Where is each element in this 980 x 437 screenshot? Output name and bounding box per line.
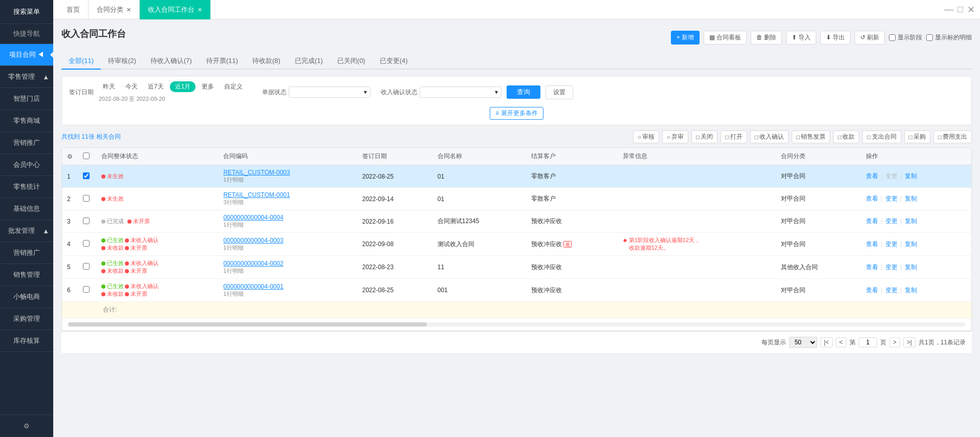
copy-link[interactable]: 复制 [905,264,917,271]
col-checkbox[interactable] [78,148,96,165]
change-link[interactable]: 变更 [885,264,898,271]
copy-link[interactable]: 复制 [905,195,917,202]
row-checkbox[interactable] [78,256,96,279]
contract-board-button[interactable]: ▦ 合同看板 [704,31,747,45]
col-settings[interactable]: ⚙ [62,148,78,165]
change-link[interactable]: 变更 [885,172,898,180]
filter-more[interactable]: 更多 [198,81,218,92]
show-detail-checkbox[interactable]: 显示标的明细 [926,33,972,42]
sub-tab-all[interactable]: 全部(11) [61,53,101,70]
close-income-workbench-icon[interactable]: ✕ [198,0,202,19]
query-button[interactable]: 查询 [507,85,540,99]
sub-tab-changed[interactable]: 已变更(4) [373,53,415,70]
view-link[interactable]: 查看 [866,217,878,225]
expand-filter-button[interactable]: ≡ 展开更多条件 [490,107,543,120]
copy-link[interactable]: 复制 [905,172,917,180]
sidebar-item-sales[interactable]: 销售管理 [0,264,53,286]
first-page-button[interactable]: |< [820,337,833,347]
sidebar-item-inventory[interactable]: 库存核算 [0,330,53,352]
show-fields-checkbox[interactable]: 显示阶段 [889,33,922,42]
doc-status-select[interactable]: ▾ [289,86,371,98]
filter-1month[interactable]: 近1月 [170,81,196,92]
sidebar-settings[interactable]: ⚙ [0,414,53,437]
sidebar-item-marketing2[interactable]: 营销推广 [0,242,53,264]
copy-link[interactable]: 复制 [905,287,917,294]
view-link[interactable]: 查看 [866,241,878,248]
row-code[interactable]: 0000000000004-0001 1行明细 [218,279,357,302]
next-page-button[interactable]: > [889,337,900,347]
row-code[interactable]: 0000000000004-0003 1行明细 [218,233,357,256]
delete-button[interactable]: 🗑 删除 [751,31,782,45]
copy-link[interactable]: 复制 [905,241,917,248]
view-link[interactable]: 查看 [866,264,878,271]
collection-button[interactable]: □ 收款 [833,130,859,143]
abandon-review-button[interactable]: ○ 弃审 [662,130,688,143]
sub-tab-completed[interactable]: 已完成(1) [288,53,330,70]
change-link[interactable]: 变更 [885,241,898,248]
sidebar-item-retail[interactable]: 零售管理 ▲ [0,66,53,88]
sub-tab-pending-review[interactable]: 待审核(2) [101,53,143,70]
sidebar-item-member[interactable]: 会员中心 [0,154,53,176]
expense-contract-button[interactable]: □ 支出合同 [862,130,901,143]
sub-tab-pending-collection[interactable]: 待收款(8) [245,53,288,70]
expense-button[interactable]: □ 费用支出 [933,130,972,143]
sidebar-item-wholesale[interactable]: 批发管理 ▲ [0,220,53,242]
sidebar-item-smart-store[interactable]: 智慧门店 [0,88,53,110]
sidebar-item-ecommerce[interactable]: 小畅电商 [0,286,53,308]
filter-custom[interactable]: 自定义 [220,81,247,92]
row-checkbox[interactable] [78,210,96,233]
sidebar-search[interactable]: 搜索菜单 [0,0,53,24]
export-button[interactable]: ⬇ 导出 [820,31,851,45]
page-input[interactable] [859,337,877,347]
change-link[interactable]: 变更 [885,195,898,202]
tab-home[interactable]: 首页 [58,0,89,19]
copy-link[interactable]: 复制 [905,217,917,225]
sales-invoice-button[interactable]: □ 销售发票 [792,130,830,143]
last-page-button[interactable]: >| [903,337,916,347]
import-button[interactable]: ⬆ 导入 [786,31,816,45]
refresh-button[interactable]: ↺ 刷新 [855,31,885,45]
close-button[interactable]: □ 关闭 [691,130,717,143]
sidebar-item-basic-info[interactable]: 基础信息 [0,198,53,220]
sidebar-item-project[interactable]: 项目合同 ◀ [0,44,53,66]
add-button[interactable]: + 新增 [671,31,700,45]
income-confirm-select[interactable]: ▾ [420,86,502,98]
setting-button[interactable]: 设置 [546,85,573,99]
close-window-icon[interactable]: ✕ [967,4,975,15]
sidebar-item-retail-stat[interactable]: 零售统计 [0,176,53,198]
tab-income-workbench[interactable]: 收入合同工作台 ✕ [140,0,211,19]
sub-tab-pending-confirm[interactable]: 待收入确认(7) [143,53,199,70]
filter-7days[interactable]: 近7天 [144,81,168,92]
row-checkbox[interactable] [78,279,96,302]
filter-today[interactable]: 今天 [121,81,142,92]
prev-page-button[interactable]: < [836,337,846,347]
purchase-button[interactable]: □ 采购 [904,130,930,143]
view-link[interactable]: 查看 [866,172,878,180]
view-link[interactable]: 查看 [866,287,878,294]
view-link[interactable]: 查看 [866,195,878,202]
row-code[interactable]: RETAIL_CUSTOM-0001 3行明细 [218,188,357,210]
row-code[interactable]: RETAIL_CUSTOM-0003 1行明细 [218,165,357,188]
tab-contract-type[interactable]: 合同分类 ✕ [89,0,140,19]
sidebar-item-online-retail[interactable]: 零售商城 [0,110,53,132]
row-checkbox[interactable] [78,233,96,256]
row-checkbox[interactable] [78,188,96,210]
sub-tab-pending-invoice[interactable]: 待开票(11) [199,53,245,70]
review-button[interactable]: ○ 审核 [633,130,659,143]
close-contract-type-icon[interactable]: ✕ [126,0,131,19]
minimize-icon[interactable]: — [944,4,953,15]
open-button[interactable]: □ 打开 [721,130,747,143]
change-link[interactable]: 变更 [885,287,898,294]
sub-tab-closed[interactable]: 已关闭(0) [330,53,373,70]
sidebar-item-marketing[interactable]: 营销推广 [0,132,53,154]
filter-yesterday[interactable]: 昨天 [99,81,119,92]
row-checkbox[interactable] [78,165,96,188]
row-code[interactable]: 0000000000004-0004 1行明细 [218,210,357,233]
income-confirm-button[interactable]: □ 收入确认 [750,130,789,143]
maximize-icon[interactable]: □ [957,4,963,15]
page-size-select[interactable]: 50 100 [789,337,817,348]
change-link[interactable]: 变更 [885,217,898,225]
sidebar-quick-nav[interactable]: 快捷导航 [0,24,53,44]
row-code[interactable]: 0000000000004-0002 1行明细 [218,256,357,279]
sidebar-item-purchase[interactable]: 采购管理 [0,308,53,330]
